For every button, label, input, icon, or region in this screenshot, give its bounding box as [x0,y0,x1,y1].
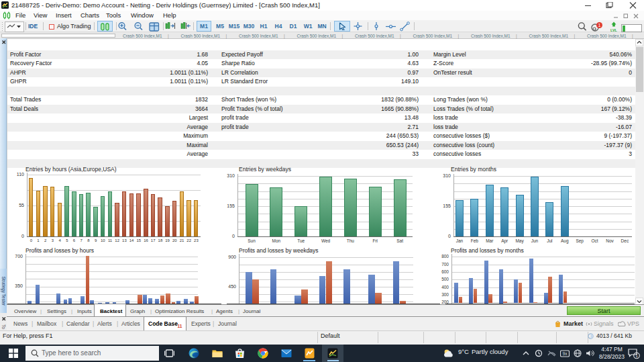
svg-text:LVL: LVL [610,28,618,32]
svg-text:1: 1 [598,23,601,28]
svg-text:9x: 9x [563,351,568,356]
svg-text:1: 1 [635,353,638,358]
